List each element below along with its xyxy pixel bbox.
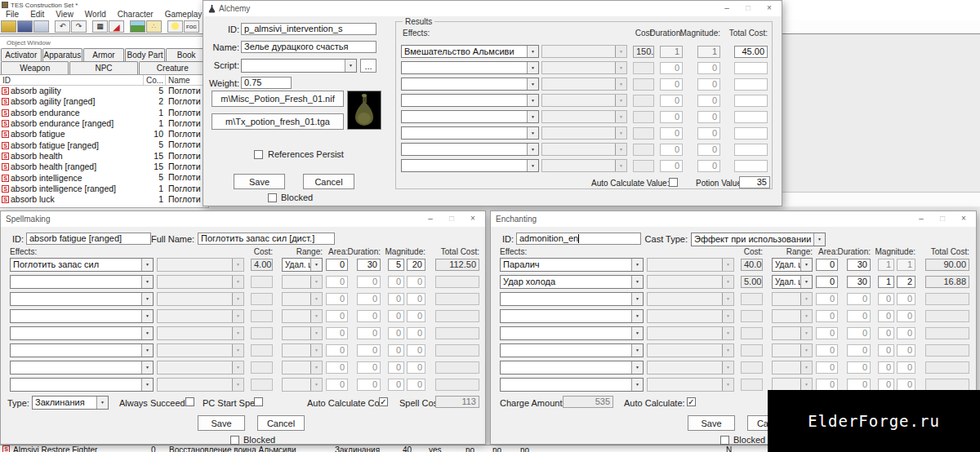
chevron-down-icon[interactable]: ▼ <box>310 379 322 391</box>
snap-grid-icon[interactable]: ▦ <box>92 20 108 33</box>
area-field[interactable]: 0 <box>326 293 348 305</box>
duration-field[interactable]: 0 <box>660 160 683 172</box>
chevron-down-icon[interactable]: ▼ <box>141 276 153 288</box>
menu-item[interactable]: World <box>79 10 112 20</box>
magnitude-min-field[interactable]: 0 <box>388 344 404 357</box>
id-input[interactable]: admonition_en <box>516 233 641 245</box>
cancel-button[interactable]: Cancel <box>303 174 354 189</box>
type-select[interactable]: Заклинания▼ <box>32 396 109 410</box>
chevron-down-icon[interactable]: ▼ <box>141 259 153 271</box>
close-icon[interactable]: × <box>953 212 974 225</box>
range-select[interactable]: Удал. цел▼ <box>772 275 813 289</box>
duration-field[interactable]: 0 <box>357 276 381 288</box>
chevron-down-icon[interactable]: ▼ <box>800 259 812 271</box>
pc-start-spell-checkbox[interactable] <box>254 397 263 406</box>
chevron-down-icon[interactable]: ▼ <box>800 276 812 288</box>
close-icon[interactable]: × <box>462 212 483 225</box>
minimize-icon[interactable]: – <box>716 2 737 15</box>
area-field[interactable]: 0 <box>326 344 348 357</box>
auto-calculate-value-checkbox[interactable] <box>669 178 678 187</box>
duration-field[interactable]: 0 <box>357 327 381 339</box>
table-row[interactable]: Sabsorb intelligence [ranged] 1 Поглоти <box>0 184 208 194</box>
script-select[interactable]: ▼ <box>241 59 357 73</box>
magnitude-min-field[interactable]: 0 <box>388 310 404 322</box>
column-count[interactable]: Co... <box>144 75 166 85</box>
magnitude-max-field[interactable]: 2 <box>897 276 915 288</box>
chevron-down-icon[interactable]: ▼ <box>631 327 643 339</box>
magnitude-min-field[interactable]: 0 <box>878 310 894 322</box>
chevron-down-icon[interactable]: ▼ <box>800 310 812 322</box>
save-button[interactable]: Save <box>688 415 735 431</box>
chevron-down-icon[interactable]: ▼ <box>310 293 322 305</box>
chevron-down-icon[interactable]: ▼ <box>800 344 812 357</box>
magnitude-min-field[interactable]: 0 <box>878 379 894 391</box>
cancel-button[interactable]: Cancel <box>257 415 305 431</box>
chevron-down-icon[interactable]: ▼ <box>310 327 322 339</box>
chevron-down-icon[interactable]: ▼ <box>631 379 643 391</box>
area-field[interactable]: 0 <box>326 327 348 339</box>
id-input[interactable]: absorb fatigue [ranged] <box>26 233 151 245</box>
area-field[interactable]: 0 <box>816 327 838 339</box>
effect-select[interactable]: ▼ <box>10 309 154 323</box>
magnitude-max-field[interactable]: 0 <box>407 293 425 305</box>
object-window-tab[interactable]: Weapon <box>1 61 69 74</box>
effect-select[interactable]: Паралич▼ <box>500 258 644 272</box>
table-row[interactable]: Sabsorb fatigue 10 Поглоти <box>0 129 208 140</box>
duration-field[interactable]: 0 <box>847 361 871 374</box>
effect-select[interactable]: ▼ <box>500 378 644 392</box>
effect-select[interactable]: ▼ <box>10 378 154 392</box>
object-window-tab[interactable]: Book <box>166 48 207 61</box>
duration-field[interactable]: 0 <box>357 293 381 305</box>
chevron-down-icon[interactable]: ▼ <box>800 379 812 391</box>
duration-field[interactable]: 0 <box>660 111 683 123</box>
magnitude-min-field[interactable]: 0 <box>388 293 404 305</box>
range-select[interactable]: ▼ <box>282 326 323 340</box>
effect-select[interactable]: ▼ <box>10 343 154 357</box>
duration-field[interactable]: 0 <box>660 78 683 91</box>
chevron-down-icon[interactable]: ▼ <box>813 233 825 246</box>
magnitude-field[interactable]: 0 <box>697 144 720 156</box>
chevron-down-icon[interactable]: ▼ <box>141 327 153 339</box>
range-select[interactable]: Удал. цел▼ <box>772 258 813 272</box>
chevron-down-icon[interactable]: ▼ <box>527 95 538 106</box>
potion-value-input[interactable]: 35 <box>739 176 770 188</box>
enchanting-titlebar[interactable]: Enchanting <box>491 211 976 227</box>
object-window-tab[interactable]: Creature <box>139 61 207 74</box>
landscape-edit-icon[interactable] <box>130 20 145 33</box>
object-window-tab[interactable]: Armor <box>83 48 124 61</box>
menu-item[interactable]: Character <box>112 10 159 20</box>
area-field[interactable]: 0 <box>816 361 838 374</box>
chevron-down-icon[interactable]: ▼ <box>310 361 322 374</box>
chevron-down-icon[interactable]: ▼ <box>141 344 153 357</box>
blocked-checkbox[interactable] <box>720 436 729 445</box>
magnitude-min-field[interactable]: 0 <box>388 327 404 339</box>
chevron-down-icon[interactable]: ▼ <box>800 293 812 305</box>
object-window-tab[interactable]: Apparatus <box>42 48 83 61</box>
close-icon[interactable]: × <box>759 2 780 15</box>
magnitude-field[interactable]: 0 <box>697 78 720 91</box>
chevron-down-icon[interactable]: ▼ <box>96 397 108 409</box>
preferences-icon[interactable] <box>33 20 49 33</box>
chevron-down-icon[interactable]: ▼ <box>141 293 153 305</box>
texture-paint-icon[interactable]: ∴ <box>146 20 162 33</box>
menu-item[interactable]: Edit <box>24 10 50 20</box>
magnitude-max-field[interactable]: 0 <box>407 361 425 374</box>
save-button[interactable]: Save <box>234 174 285 189</box>
chevron-down-icon[interactable]: ▼ <box>631 361 643 374</box>
model-file-button[interactable]: m\Misc_Potion_Fresh_01.nif <box>212 91 344 107</box>
duration-field[interactable]: 0 <box>357 344 381 357</box>
duration-field[interactable]: 0 <box>660 62 683 74</box>
area-field[interactable]: 0 <box>326 276 348 288</box>
area-field[interactable]: 0 <box>816 276 838 288</box>
area-field[interactable]: 0 <box>816 259 838 271</box>
magnitude-min-field[interactable]: 0 <box>878 361 894 374</box>
chevron-down-icon[interactable]: ▼ <box>631 293 643 305</box>
magnitude-max-field[interactable]: 0 <box>407 276 425 288</box>
duration-field[interactable]: 0 <box>847 344 871 357</box>
menu-item[interactable]: View <box>50 10 79 20</box>
chevron-down-icon[interactable]: ▼ <box>631 344 643 357</box>
effect-select[interactable]: ▼ <box>401 159 539 172</box>
duration-field[interactable]: 0 <box>357 361 381 374</box>
magnitude-max-field[interactable]: 0 <box>407 327 425 339</box>
range-select[interactable]: ▼ <box>772 361 813 374</box>
